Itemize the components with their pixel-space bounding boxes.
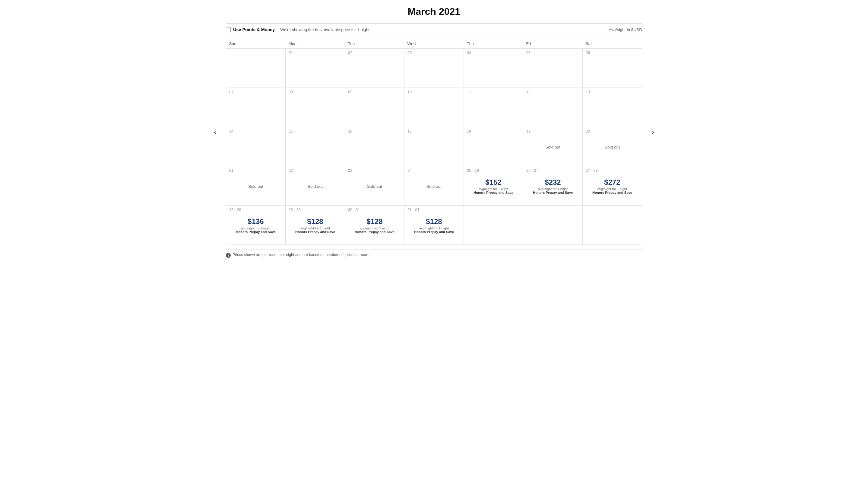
calendar-week-0: 010203040506 <box>226 49 642 88</box>
footer-note: i Prices shown are per room, per night a… <box>226 249 642 258</box>
price-sub: avg/night for 1 night <box>360 226 390 230</box>
calendar-cell-04: 04 <box>464 49 523 88</box>
price-sub: avg/night for 1 night <box>300 226 330 230</box>
calendar-cell-03: 03 <box>404 49 464 88</box>
cell-content: $128avg/night for 1 nightHonors Prepay a… <box>289 214 342 237</box>
calendar-cell-08: 08 <box>286 88 345 127</box>
cell-date: 09 <box>348 90 401 94</box>
price-sub: avg/night for 1 night <box>241 226 271 230</box>
next-month-button[interactable]: › <box>649 125 657 139</box>
calendar-cell-21: 21Sold out <box>226 166 286 205</box>
rate-label: Honors Prepay and Save <box>473 191 513 194</box>
cell-content <box>289 96 342 120</box>
cell-date: 12 <box>526 90 579 94</box>
cell-content <box>526 96 579 120</box>
footer-note-text: Prices shown are per room, per night and… <box>232 253 369 257</box>
cell-date: 03 <box>407 50 461 55</box>
cell-content <box>407 135 461 159</box>
info-icon: i <box>226 253 231 258</box>
day-header-row: SunMonTueWedThuFriSat <box>226 39 642 49</box>
calendar-cell-empty-6 <box>583 205 642 245</box>
calendar-cell-27[interactable]: 27 - 28$272avg/night for 1 nightHonors P… <box>583 166 642 205</box>
rate-label: Honors Prepay and Save <box>533 191 573 194</box>
cell-content <box>348 135 401 159</box>
cell-date: 04 <box>467 50 520 55</box>
price-value: $128 <box>367 217 382 226</box>
calendar-cell-23: 23Sold out <box>345 166 404 205</box>
cell-date: 01 <box>289 50 342 55</box>
sold-out-text: Sold out <box>605 145 620 149</box>
cell-date: 15 <box>289 129 342 134</box>
calendar-cell-02: 02 <box>345 49 404 88</box>
cell-content <box>348 96 401 120</box>
use-points-checkbox[interactable] <box>226 27 231 32</box>
cell-content: Sold out <box>348 174 401 198</box>
calendar-week-3: 21Sold out22Sold out23Sold out24Sold out… <box>226 166 642 205</box>
calendar-cell-11: 11 <box>464 88 523 127</box>
cell-date: 31 - 01 <box>407 207 461 212</box>
cell-content: $232avg/night for 1 nightHonors Prepay a… <box>526 174 579 198</box>
cell-content: Sold out <box>586 135 639 159</box>
cell-date: 18 <box>467 129 520 134</box>
calendar-body: 01020304050607080910111213141516171819So… <box>226 49 642 245</box>
price-value: $152 <box>485 178 501 187</box>
page-wrapper: ‹ › March 2021 Use Points & Money We're … <box>217 0 651 264</box>
rate-label: Honors Prepay and Save <box>295 230 335 234</box>
cell-date: 08 <box>289 90 342 94</box>
calendar-table: SunMonTueWedThuFriSat 010203040506070809… <box>226 39 642 245</box>
calendar-cell-06: 06 <box>583 49 642 88</box>
cell-content <box>526 56 579 81</box>
sold-out-text: Sold out <box>427 184 441 189</box>
cell-content: $152avg/night for 1 nightHonors Prepay a… <box>467 174 520 198</box>
cell-content: Sold out <box>229 174 282 198</box>
rate-label: Honors Prepay and Save <box>236 230 276 234</box>
cell-content: $272avg/night for 1 nightHonors Prepay a… <box>586 174 639 198</box>
cell-date: 17 <box>407 129 461 134</box>
cell-date: 30 - 31 <box>348 207 401 212</box>
calendar-cell-28[interactable]: 28 - 29$136avg/night for 1 nightHonors P… <box>226 205 286 245</box>
cell-content: Sold out <box>526 135 579 159</box>
cell-content <box>229 96 282 120</box>
cell-date: 23 <box>348 168 401 173</box>
cell-date: 26 - 27 <box>526 168 579 173</box>
cell-date: 16 <box>348 129 401 134</box>
cell-date: 29 - 30 <box>289 207 342 212</box>
calendar-cell-05: 05 <box>523 49 583 88</box>
calendar-cell-15: 15 <box>286 127 345 166</box>
calendar-cell-14: 14 <box>226 127 286 166</box>
cell-date: 10 <box>407 90 461 94</box>
toolbar-description: We're showing the best available price f… <box>280 27 370 32</box>
prev-month-button[interactable]: ‹ <box>211 125 219 139</box>
cell-date: 05 <box>526 50 579 55</box>
calendar-cell-30[interactable]: 30 - 31$128avg/night for 1 nightHonors P… <box>345 205 404 245</box>
cell-content <box>407 96 461 120</box>
day-header-fri: Fri <box>523 39 583 49</box>
sold-out-text: Sold out <box>367 184 382 189</box>
calendar-cell-29[interactable]: 29 - 30$128avg/night for 1 nightHonors P… <box>286 205 345 245</box>
cell-date: 25 - 26 <box>467 168 520 173</box>
calendar-cell-12: 12 <box>523 88 583 127</box>
price-value: $136 <box>248 217 264 226</box>
cell-content <box>586 96 639 120</box>
calendar-cell-25[interactable]: 25 - 26$152avg/night for 1 nightHonors P… <box>464 166 523 205</box>
calendar-cell-31[interactable]: 31 - 01$128avg/night for 1 nightHonors P… <box>404 205 464 245</box>
calendar-cell-07: 07 <box>226 88 286 127</box>
cell-content <box>586 56 639 81</box>
day-header-wed: Wed <box>404 39 464 49</box>
page-title: March 2021 <box>226 6 642 17</box>
day-header-tue: Tue <box>345 39 404 49</box>
cell-date: 28 - 29 <box>229 207 282 212</box>
calendar-cell-22: 22Sold out <box>286 166 345 205</box>
cell-date: 22 <box>289 168 342 173</box>
calendar-cell-empty-4 <box>464 205 523 245</box>
calendar-cell-09: 09 <box>345 88 404 127</box>
cell-content <box>407 56 461 81</box>
calendar-week-1: 07080910111213 <box>226 88 642 127</box>
calendar-cell-19: 19Sold out <box>523 127 583 166</box>
price-value: $128 <box>426 217 442 226</box>
calendar-cell-26[interactable]: 26 - 27$232avg/night for 1 nightHonors P… <box>523 166 583 205</box>
price-sub: avg/night for 1 night <box>597 187 627 191</box>
price-value: $272 <box>604 178 620 187</box>
price-sub: avg/night for 1 night <box>478 187 508 191</box>
rate-label: Honors Prepay and Save <box>592 191 632 194</box>
